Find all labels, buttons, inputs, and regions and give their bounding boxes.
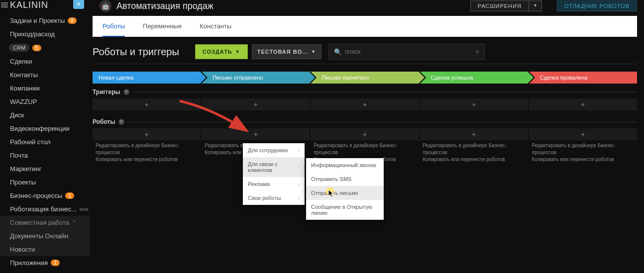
stage-pipeline: Новая сделка Письмо отправлено Письмо пр… (93, 72, 637, 84)
brand-logo: KALININ (10, 0, 48, 10)
robot-action-submenu: Информационный звонок Отправить SMS Отпр… (306, 158, 384, 220)
sidebar-item-contacts[interactable]: Контакты (10, 68, 90, 82)
robots-row: + + + + + (93, 128, 637, 140)
chevron-down-icon: ▼ (235, 49, 240, 54)
menu-item-open-line[interactable]: Сообщение в Открытую линию (306, 200, 384, 220)
edit-designer-link[interactable]: Редактировать в дизайнере Бизнес-процесс… (532, 142, 634, 156)
sidebar-item-video[interactable]: Видеоконференции (10, 122, 90, 135)
menu-item-own[interactable]: Свои роботы› (243, 191, 305, 205)
sidebar: Задачи и Проекты8 Приход/расход CRM5 Сде… (0, 14, 90, 273)
robot-links: Редактировать в дизайнере Бизнес-процесс… (420, 141, 528, 164)
clear-icon[interactable]: × (475, 48, 479, 56)
page-header: 🤖 Автоматизация продаж РАСШИРЕНИЯ ▼ ОТЛА… (93, 0, 644, 12)
menu-item-send-sms[interactable]: Отправить SMS (306, 172, 384, 186)
page-title: Автоматизация продаж (116, 1, 214, 11)
help-icon[interactable]: ? (123, 89, 129, 95)
chevron-right-icon: › (298, 195, 300, 201)
robot-debugger-button[interactable]: ОТЛАДЧИК РОБОТОВ (557, 0, 637, 11)
chevron-down-icon[interactable]: ▼ (529, 0, 542, 11)
sidebar-item-companies[interactable]: Компании (10, 82, 90, 95)
add-robot-button[interactable]: + (420, 128, 528, 140)
sidebar-item-wazzup[interactable]: WAZZUP (10, 95, 90, 108)
tab-variables[interactable]: Переменные (143, 16, 182, 37)
robot-links: Редактировать в дизайнере Бизнес-процесс… (93, 141, 201, 164)
robot-links: Редактировать в дизайнере Бизнес-процесс… (529, 141, 637, 164)
tabs: Роботы Переменные Константы (93, 16, 637, 37)
toolbar: Роботы и триггеры СОЗДАТЬ▼ ТЕСТОВАЯ ВО..… (93, 44, 637, 60)
sidebar-item-deals[interactable]: Сделки (10, 55, 90, 68)
chevron-up-icon: ⌃ (72, 220, 76, 225)
sidebar-group: Совместная работа⌃ Документы Онлайн Ново… (0, 216, 90, 256)
sidebar-item-marketing[interactable]: Маркетинг (10, 162, 90, 176)
stage-new[interactable]: Новая сделка (93, 72, 201, 84)
sidebar-item-projects[interactable]: Проекты (10, 176, 90, 189)
menu-item-employee[interactable]: Для сотрудника› (243, 143, 305, 157)
add-trigger-button[interactable]: + (202, 98, 310, 110)
divider (93, 64, 637, 64)
add-robot-button[interactable]: + (311, 128, 419, 140)
add-trigger-button[interactable]: + (529, 98, 637, 110)
sidebar-item-tasks[interactable]: Задачи и Проекты8 (10, 14, 90, 27)
stage-read[interactable]: Письмо прочитано (311, 72, 419, 84)
sidebar-item-label: Задачи и Проекты (10, 17, 65, 24)
sidebar-item-mail[interactable]: Почта (10, 149, 90, 162)
copy-robots-link[interactable]: Копировать или перенести роботов (96, 156, 198, 163)
stage-lost[interactable]: Сделка провалена (529, 72, 637, 84)
badge: 5 (32, 45, 41, 51)
edit-designer-link[interactable]: Редактировать в дизайнере Бизнес-процесс… (423, 142, 525, 156)
chevron-right-icon: › (298, 182, 300, 187)
extensions-button[interactable]: РАСШИРЕНИЯ ▼ (470, 0, 542, 11)
copy-robots-link[interactable]: Копировать или перенести роботов (532, 156, 634, 163)
beta-tag: beta (80, 207, 89, 212)
hamburger-icon[interactable] (1, 1, 8, 8)
edit-designer-link[interactable]: Редактировать в дизайнере Бизнес-процесс… (96, 142, 198, 156)
edit-designer-link[interactable]: Редактировать в дизайнере Бизнес-процесс… (314, 142, 416, 156)
sidebar-group-header[interactable]: Совместная работа⌃ (10, 216, 90, 229)
create-button[interactable]: СОЗДАТЬ▼ (195, 44, 248, 59)
chevron-right-icon: › (298, 148, 300, 153)
robots-header: Роботы? (93, 118, 637, 125)
copy-robots-link[interactable]: Копировать или перенести роботов (423, 156, 525, 163)
triggers-header: Триггеры? (93, 89, 637, 95)
add-trigger-button[interactable]: + (420, 98, 528, 110)
tab-constants[interactable]: Константы (200, 16, 231, 37)
sidebar-item-crm[interactable]: CRM5 (9, 41, 90, 55)
add-trigger-button[interactable]: + (93, 98, 201, 110)
robot-icon: 🤖 (100, 0, 111, 12)
chevron-down-icon: ▼ (311, 49, 316, 54)
stage-sent[interactable]: Письмо отправлено (202, 72, 310, 84)
sidebar-item-income[interactable]: Приход/расход (10, 27, 90, 41)
menu-item-client[interactable]: Для связи с клиентом› (243, 157, 305, 177)
section-title: Роботы и триггеры (93, 46, 179, 58)
add-robot-button[interactable]: + (93, 128, 201, 140)
stage-won[interactable]: Сделка успешна (420, 72, 528, 84)
add-trigger-button[interactable]: + (311, 98, 419, 110)
add-robot-button[interactable]: + (202, 128, 310, 140)
search-input[interactable] (345, 48, 475, 55)
close-panel-button[interactable]: × (73, 0, 84, 9)
badge: 1 (65, 192, 74, 199)
triggers-row: + + + + + (93, 98, 637, 110)
help-icon[interactable]: ? (118, 119, 124, 125)
sidebar-item-desktop[interactable]: Рабочий стол (10, 135, 90, 149)
robot-category-menu: Для сотрудника› Для связи с клиентом› Ре… (243, 143, 305, 205)
search-icon: 🔍 (334, 48, 342, 56)
funnel-select[interactable]: ТЕСТОВАЯ ВО...▼ (252, 44, 322, 59)
sidebar-item-bp[interactable]: Бизнес-процессы1 (10, 189, 90, 202)
sidebar-item-apps[interactable]: Приложения2 (10, 256, 90, 270)
sidebar-item-news[interactable]: Новости (10, 243, 90, 256)
search-box[interactable]: 🔍 × (328, 44, 485, 60)
sidebar-item-disk[interactable]: Диск (10, 108, 90, 122)
tab-robots[interactable]: Роботы (103, 16, 125, 37)
menu-item-send-email[interactable]: Отправить письмо (306, 186, 384, 200)
crm-pill: CRM (9, 44, 29, 52)
menu-item-ads[interactable]: Реклама› (243, 177, 305, 191)
add-robot-button[interactable]: + (529, 128, 637, 140)
sidebar-item-contact-center[interactable]: Контакт-центр (10, 270, 90, 273)
sidebar-item-docs[interactable]: Документы Онлайн (10, 229, 90, 243)
badge: 8 (68, 17, 77, 24)
badge: 2 (51, 260, 60, 266)
menu-item-info-call[interactable]: Информационный звонок (306, 158, 384, 172)
sidebar-item-rpa[interactable]: Роботизация бизнес...beta (10, 202, 90, 216)
chevron-right-icon: › (298, 165, 300, 170)
